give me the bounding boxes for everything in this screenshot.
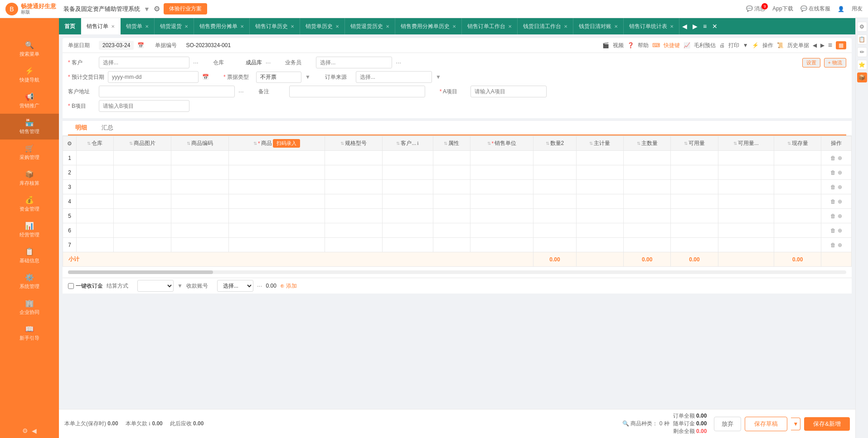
row-5-main-qty[interactable] (623, 209, 670, 223)
row-6-sales-unit[interactable] (470, 223, 533, 238)
tab-sales-order-history-close[interactable]: ✕ (291, 24, 294, 29)
sidebar-item-purchase[interactable]: 🛒 采购管理 (0, 140, 59, 165)
row-6-customer-code[interactable] (382, 223, 433, 238)
row-4-product-img[interactable] (113, 194, 171, 209)
table-scrollbar-track[interactable] (63, 267, 852, 278)
account-select[interactable]: 选择... (217, 280, 253, 292)
row-6-delete-icon[interactable]: 🗑 (830, 227, 836, 234)
col-settings[interactable]: ⚙ (63, 136, 77, 151)
tab-summary[interactable]: 汇总 (94, 121, 121, 135)
tab-sales-expense-history-close[interactable]: ✕ (452, 24, 456, 29)
scrollbar-track[interactable] (68, 270, 846, 274)
row-2-warehouse[interactable] (77, 165, 114, 180)
row-5-available2[interactable] (718, 209, 774, 223)
nav-next-icon[interactable]: ▶ (820, 42, 824, 48)
row-7-available2[interactable] (718, 238, 774, 252)
operation-btn[interactable]: 操作 (762, 42, 773, 49)
sort-icon[interactable]: ⇅ (87, 141, 91, 146)
row-6-attr[interactable] (433, 223, 470, 238)
sales-rep-more-icon[interactable]: ··· (396, 59, 401, 66)
row-2-available[interactable] (671, 165, 718, 180)
tab-sales-order-history[interactable]: 销售订单历史 ✕ (250, 18, 300, 34)
row-1-current-stock[interactable] (774, 151, 821, 165)
tab-sales-bill-close[interactable]: ✕ (145, 24, 149, 29)
shortcut-btn[interactable]: 快捷键 (664, 42, 680, 49)
industry-solution-btn[interactable]: 体验行业方案 (164, 3, 207, 14)
nav-tabs-list-icon[interactable]: ≡ (700, 23, 709, 30)
nav-prev-icon[interactable]: ◀ (813, 42, 817, 48)
row-3-current-stock[interactable] (774, 180, 821, 194)
tab-home[interactable]: 首页 (59, 18, 81, 34)
add-logistics-btn[interactable]: + 物流 (824, 58, 846, 67)
payment-method-dropdown-icon[interactable]: ▼ (177, 283, 183, 289)
customer-more-icon[interactable]: ··· (193, 59, 199, 66)
sort-icon[interactable]: ⇅ (787, 141, 791, 146)
sidebar-item-search[interactable]: 🔍 搜索菜单 (0, 36, 59, 62)
row-4-product-name[interactable] (228, 194, 325, 209)
row-6-product-name[interactable] (228, 223, 325, 238)
row-4-customer-code[interactable] (382, 194, 433, 209)
sort-icon[interactable]: ⇅ (444, 141, 447, 146)
row-7-sales-unit[interactable] (470, 238, 533, 252)
invoice-dropdown-icon[interactable]: ▼ (305, 74, 310, 80)
tab-sales-order-close[interactable]: ✕ (111, 24, 115, 29)
row-2-product-img[interactable] (113, 165, 171, 180)
sidebar-item-enterprise[interactable]: 🏢 企业协同 (0, 294, 59, 320)
row-7-main-qty[interactable] (623, 238, 670, 252)
row-3-available2[interactable] (718, 180, 774, 194)
tab-sales-order[interactable]: 销售订单 ✕ (81, 18, 121, 34)
notification-badge[interactable]: 💬 消息 9 (746, 5, 765, 13)
row-3-qty2[interactable] (533, 180, 576, 194)
row-2-customer-code[interactable] (382, 165, 433, 180)
row-6-main-unit[interactable] (576, 223, 623, 238)
row-5-current-stock[interactable] (774, 209, 821, 223)
nav-tabs-left-arrow[interactable]: ◀ (679, 23, 690, 30)
save-new-btn[interactable]: 保存&新增 (804, 417, 850, 431)
row-1-attr[interactable] (433, 151, 470, 165)
column-settings-icon[interactable]: ⚙ (67, 140, 72, 147)
addr-more-icon[interactable]: ··· (238, 88, 244, 95)
row-3-customer-code[interactable] (382, 180, 433, 194)
row-1-main-unit[interactable] (576, 151, 623, 165)
row-7-available[interactable] (671, 238, 718, 252)
row-1-main-qty[interactable] (623, 151, 670, 165)
row-1-copy-icon[interactable]: ⊕ (838, 155, 842, 161)
row-4-product-code[interactable] (171, 194, 228, 209)
project-b-input[interactable] (99, 100, 189, 112)
row-6-available[interactable] (671, 223, 718, 238)
row-4-available2[interactable] (718, 194, 774, 209)
row-3-main-qty[interactable] (623, 180, 670, 194)
app-download-link[interactable]: App下载 (772, 5, 793, 13)
calendar-icon[interactable]: 📅 (137, 42, 144, 48)
sidebar-item-basic[interactable]: 📋 基础信息 (0, 243, 59, 269)
delivery-date-input[interactable] (108, 71, 199, 83)
row-7-attr[interactable] (433, 238, 470, 252)
row-5-available[interactable] (671, 209, 718, 223)
row-1-warehouse[interactable] (77, 151, 114, 165)
customer-input[interactable] (99, 57, 189, 68)
payment-method-select[interactable] (137, 280, 174, 292)
sort-icon[interactable]: ⇅ (589, 141, 593, 146)
row-2-qty2[interactable] (533, 165, 576, 180)
tab-sales-order-workbench-close[interactable]: ✕ (508, 24, 512, 29)
row-2-available2[interactable] (718, 165, 774, 180)
row-5-product-code[interactable] (171, 209, 228, 223)
tab-sales-expense-split[interactable]: 销售费用分摊单 ✕ (194, 18, 250, 34)
sidebar-item-finance[interactable]: 💰 资金管理 (0, 191, 59, 217)
sort-icon[interactable]: ⇅ (733, 141, 737, 146)
row-4-current-stock[interactable] (774, 194, 821, 209)
row-7-product-name[interactable] (228, 238, 325, 252)
row-4-main-unit[interactable] (576, 194, 623, 209)
tab-sales-expense-split-close[interactable]: ✕ (240, 24, 244, 29)
add-payment-link[interactable]: ⊕ 添加 (280, 282, 297, 290)
row-1-delete-icon[interactable]: 🗑 (830, 155, 836, 161)
tab-sales-bill-history-close[interactable]: ✕ (335, 24, 339, 29)
chevron-down-icon[interactable]: ▼ (743, 42, 748, 48)
sort-icon[interactable]: ⇅ (340, 141, 344, 146)
one-click-deposit-checkbox[interactable] (68, 283, 74, 289)
row-2-attr[interactable] (433, 165, 470, 180)
sidebar-item-marketing[interactable]: 📢 营销推广 (0, 88, 59, 114)
customer-addr-input[interactable] (99, 86, 235, 97)
username[interactable]: 用友 (852, 5, 863, 13)
tab-sales-order-stats[interactable]: 销售订单统计表 ✕ (624, 18, 679, 34)
